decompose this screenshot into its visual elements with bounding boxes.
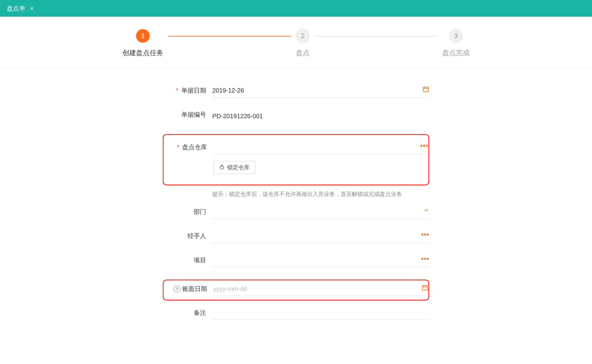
step-connector-2 <box>315 36 437 37</box>
label-dept: 部门 <box>163 207 212 216</box>
lock-wrap: 锁定仓库 <box>213 160 428 174</box>
close-icon[interactable]: ✕ <box>30 6 34 11</box>
label-lock-spacer <box>164 160 213 161</box>
svg-rect-4 <box>220 167 224 169</box>
form: * 单据日期 2019-12-26 单据编号 PD-20191226-001 <box>157 86 435 320</box>
row-doc-date: * 单据日期 2019-12-26 <box>163 86 429 98</box>
steps: 1 创建盘点任务 2 盘点 3 盘点完成 <box>110 29 482 58</box>
doc-date-value: 2019-12-26 <box>212 87 244 94</box>
ellipsis-icon[interactable]: ••• <box>420 142 428 149</box>
row-remark: 备注 <box>163 308 429 320</box>
label-remark: 备注 <box>163 308 212 317</box>
label-project: 项目 <box>163 255 212 264</box>
label-warehouse: * 盘点仓库 <box>164 142 213 151</box>
project-input[interactable]: ••• <box>212 255 429 267</box>
doc-date-input[interactable]: 2019-12-26 <box>212 86 429 98</box>
lock-warehouse-button[interactable]: 锁定仓库 <box>213 161 255 174</box>
step-2-circle: 2 <box>296 29 310 43</box>
doc-no-value-wrap: PD-20191226-001 <box>212 110 429 122</box>
svg-rect-5 <box>422 286 428 290</box>
calendar-icon[interactable] <box>422 86 429 94</box>
lock-hint: 提示：锁定仓库后，该仓库不允许再做出入库业务，直至解锁或完成盘点业务 <box>212 190 429 198</box>
book-date-highlight: ? 账面日期 yyyy-mm-dd <box>163 280 429 301</box>
book-date-input[interactable]: yyyy-mm-dd <box>213 284 428 296</box>
step-3-circle: 3 <box>449 29 463 43</box>
chevron-down-icon[interactable] <box>423 207 429 215</box>
step-connector-1 <box>168 36 291 37</box>
step-2: 2 盘点 <box>296 29 310 58</box>
row-project: 项目 ••• <box>163 255 429 267</box>
label-doc-date: * 单据日期 <box>163 86 212 95</box>
label-doc-no: 单据编号 <box>163 110 212 119</box>
handler-input[interactable]: ••• <box>212 231 429 243</box>
ellipsis-icon[interactable]: ••• <box>421 231 429 238</box>
unlock-icon <box>219 164 225 171</box>
steps-section: 1 创建盘点任务 2 盘点 3 盘点完成 <box>0 17 592 67</box>
warehouse-input[interactable]: ••• <box>213 142 428 154</box>
row-warehouse: * 盘点仓库 ••• <box>164 142 428 154</box>
doc-no-value: PD-20191226-001 <box>212 113 263 120</box>
step-1-circle: 1 <box>136 29 150 43</box>
step-3-label: 盘点完成 <box>442 48 470 58</box>
step-2-label: 盘点 <box>296 48 310 58</box>
required-mark: * <box>176 87 178 94</box>
step-3: 3 盘点完成 <box>442 29 470 58</box>
tab-title: 盘点单 <box>7 4 25 13</box>
row-dept: 部门 <box>163 207 429 219</box>
help-icon[interactable]: ? <box>174 286 180 292</box>
row-handler: 经手人 ••• <box>163 231 429 243</box>
row-doc-no: 单据编号 PD-20191226-001 <box>163 110 429 122</box>
calendar-icon[interactable] <box>422 284 428 292</box>
lock-btn-label: 锁定仓库 <box>227 164 250 171</box>
tab-inventory[interactable]: 盘点单 ✕ <box>7 4 34 13</box>
tab-bar: 盘点单 ✕ <box>0 0 592 17</box>
svg-rect-0 <box>423 87 429 92</box>
warehouse-highlight: * 盘点仓库 ••• 锁定仓库 <box>163 134 429 185</box>
row-book-date: ? 账面日期 yyyy-mm-dd <box>164 284 428 296</box>
book-date-placeholder: yyyy-mm-dd <box>213 285 247 292</box>
ellipsis-icon[interactable]: ••• <box>421 255 429 262</box>
label-handler: 经手人 <box>163 231 212 240</box>
remark-input[interactable] <box>212 308 429 320</box>
step-1-label: 创建盘点任务 <box>122 48 163 58</box>
label-book-date: ? 账面日期 <box>164 284 213 293</box>
dept-input[interactable] <box>212 207 429 219</box>
required-mark: * <box>177 144 179 151</box>
row-lock: 锁定仓库 <box>164 160 428 174</box>
step-1: 1 创建盘点任务 <box>122 29 163 58</box>
